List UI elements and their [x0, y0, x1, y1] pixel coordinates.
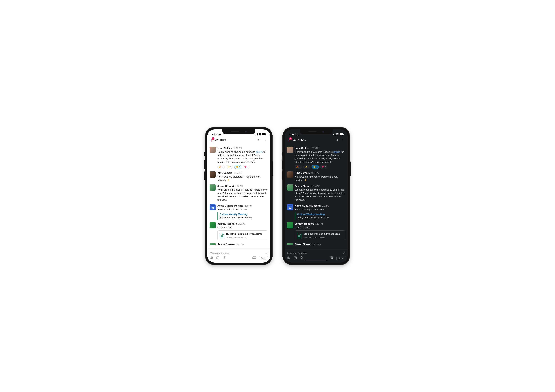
post-title: Building Policies & Procedures	[226, 232, 263, 236]
post-meta: Last edited 2 months ago	[303, 236, 340, 239]
message-author[interactable]: Jason Stewart	[295, 243, 313, 245]
slash-command-icon[interactable]	[216, 256, 220, 260]
composer-input[interactable]: Message #culture	[210, 251, 229, 254]
message-author[interactable]: Jason Stewart	[217, 185, 234, 188]
unread-badge: 1	[212, 137, 214, 140]
avatar[interactable]	[210, 243, 216, 245]
reaction[interactable]: 💗3	[243, 165, 250, 169]
home-indicator[interactable]	[227, 260, 250, 261]
reaction[interactable]: 👏1	[234, 165, 241, 169]
svg-point-14	[266, 140, 266, 141]
slack-logo[interactable]: 1	[287, 138, 291, 142]
message-author[interactable]: Lane Collins	[217, 147, 232, 150]
attachment-icon[interactable]	[300, 256, 304, 260]
image-icon[interactable]	[329, 256, 334, 260]
event-attachment[interactable]: Culture Weekly Meeting Today from 2:30 P…	[295, 212, 345, 220]
post-card[interactable]: Building Policies & Procedures Last edit…	[295, 230, 345, 240]
channel-switcher[interactable]: #culture ⌄	[215, 139, 229, 142]
slack-logo[interactable]: 1	[210, 138, 213, 142]
reaction[interactable]: 👏1	[312, 165, 319, 169]
send-button[interactable]: Send	[259, 256, 268, 260]
reaction[interactable]: ✨8	[226, 165, 233, 169]
message-time: 2:15 PM	[245, 205, 252, 207]
expand-icon[interactable]	[265, 251, 268, 254]
message[interactable]: Kiné Camara12:55 PM No! It was my pleasu…	[285, 170, 348, 183]
message[interactable]: Johnny Rodgers2:18 PM shared a post Buil…	[285, 221, 348, 242]
message[interactable]: 31 Acme Culture Meeting2:15 PM Event sta…	[285, 203, 348, 221]
calendar-icon[interactable]: 31	[210, 204, 216, 210]
reaction[interactable]: 🎉2	[217, 165, 225, 169]
search-button[interactable]	[335, 138, 339, 142]
avatar[interactable]	[210, 171, 216, 178]
reaction-count: 1	[239, 165, 240, 168]
message[interactable]: Jason Stewart2:14 PM What are our polici…	[285, 183, 348, 203]
reaction-count: 3	[325, 165, 326, 168]
message-list[interactable]: Lane Collins12:50 PM Really need to give…	[285, 144, 348, 249]
message-peek[interactable]: Jason Stewart2:22 PM	[285, 242, 348, 245]
message-peek[interactable]: Jason Stewart2:22 PM	[207, 242, 270, 245]
mute-switch	[204, 152, 205, 156]
message[interactable]: Kiné Camara12:55 PM No! It was my pleasu…	[207, 170, 270, 183]
avatar[interactable]	[210, 147, 216, 153]
avatar[interactable]	[287, 222, 293, 228]
avatar[interactable]	[287, 243, 293, 245]
message-author[interactable]: Acme Culture Meeting	[295, 204, 321, 207]
message[interactable]: Jason Stewart2:14 PM What are our polici…	[207, 183, 270, 203]
message-author[interactable]: Kiné Camara	[295, 171, 310, 175]
more-button[interactable]	[263, 138, 268, 142]
attachment-icon[interactable]	[223, 256, 226, 260]
message-author[interactable]: Jason Stewart	[217, 243, 235, 245]
message[interactable]: Johnny Rodgers2:18 PM shared a post Buil…	[207, 221, 270, 242]
message-author[interactable]: Johnny Rodgers	[295, 222, 314, 226]
more-button[interactable]	[341, 138, 345, 142]
avatar[interactable]	[287, 147, 293, 153]
avatar[interactable]	[210, 185, 216, 191]
message-author[interactable]: Johnny Rodgers	[217, 222, 237, 226]
message-time: 12:55 PM	[311, 172, 320, 175]
search-button[interactable]	[257, 138, 262, 142]
reaction[interactable]: 💗3	[320, 165, 327, 169]
send-button[interactable]: Send	[336, 256, 345, 260]
calendar-icon[interactable]: 31	[287, 204, 293, 210]
svg-rect-6	[266, 134, 266, 135]
message-list[interactable]: Lane Collins12:50 PM Really need to give…	[207, 144, 270, 249]
cellular-icon	[332, 133, 335, 136]
message[interactable]: Lane Collins12:50 PM Really need to give…	[207, 145, 270, 170]
reaction[interactable]: ✨8	[303, 165, 310, 169]
message[interactable]: Lane Collins12:50 PM Really need to give…	[285, 145, 348, 170]
document-icon	[297, 233, 301, 238]
mention-icon[interactable]	[210, 256, 213, 260]
post-card[interactable]: Building Policies & Procedures Last edit…	[217, 230, 268, 240]
avatar[interactable]	[287, 185, 293, 191]
message-author[interactable]: Lane Collins	[295, 147, 309, 150]
chevron-down-icon: ⌄	[305, 139, 306, 141]
app-bar: 1 #culture ⌄	[207, 137, 270, 144]
message-time: 2:18 PM	[238, 223, 245, 225]
mention[interactable]: @julie	[256, 150, 263, 153]
message-time: 2:14 PM	[313, 185, 320, 188]
post-meta: Last edited 2 months ago	[226, 236, 263, 239]
expand-icon[interactable]	[343, 251, 345, 254]
avatar[interactable]	[210, 222, 216, 228]
phone-dark: 3:48 PM 1 #culture ⌄	[282, 127, 350, 265]
mention[interactable]: @julie	[333, 150, 340, 153]
slash-command-icon[interactable]	[293, 256, 297, 260]
home-indicator[interactable]	[305, 260, 328, 261]
channel-switcher[interactable]: #culture ⌄	[292, 139, 306, 142]
event-attachment[interactable]: Culture Weekly Meeting Today from 2:30 P…	[217, 212, 268, 220]
message-author[interactable]: Jason Stewart	[295, 185, 311, 188]
event-title: Culture Weekly Meeting	[220, 213, 268, 216]
message-time: 2:15 PM	[322, 205, 329, 207]
message[interactable]: 31 Acme Culture Meeting2:15 PM Event sta…	[207, 203, 270, 221]
message-text: No! It was my pleasure! People are very …	[217, 175, 268, 182]
image-icon[interactable]	[252, 256, 256, 260]
mention-icon[interactable]	[287, 256, 291, 260]
svg-rect-3	[257, 133, 258, 135]
reaction[interactable]: 🎉2	[295, 165, 302, 169]
reaction-count: 8	[231, 165, 232, 168]
composer-input[interactable]: Message #culture	[287, 251, 307, 254]
message-author[interactable]: Acme Culture Meeting	[217, 204, 243, 207]
message-author[interactable]: Kiné Camara	[217, 171, 233, 175]
svg-rect-25	[335, 133, 335, 135]
avatar[interactable]	[287, 171, 293, 178]
